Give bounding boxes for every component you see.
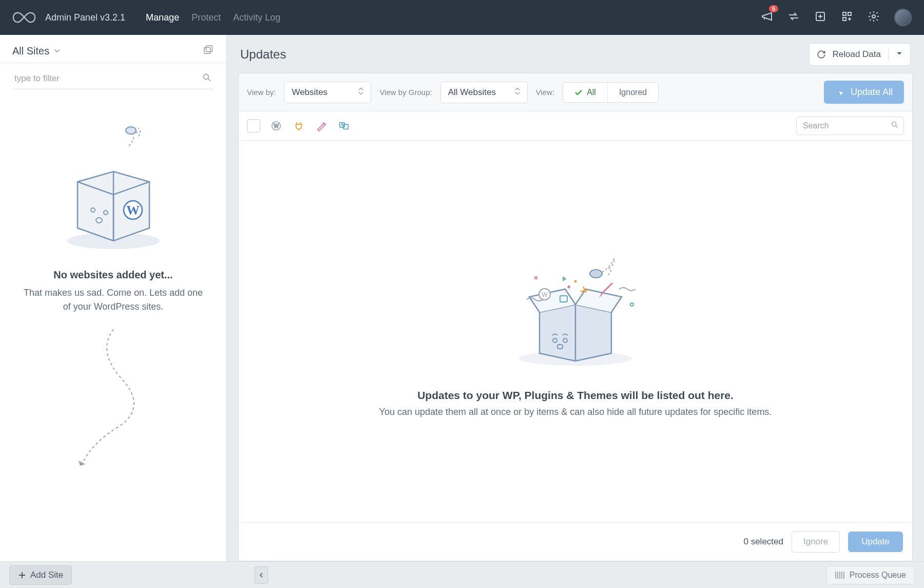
svg-text:W: W (274, 123, 279, 129)
reload-icon (817, 50, 826, 59)
select-all-checkbox[interactable] (247, 119, 260, 132)
bottom-bar: Add Site Process Queue (0, 561, 924, 588)
site-selector-label: All Sites (12, 45, 49, 57)
dashed-arrow-illustration (67, 324, 160, 478)
sidebar-empty-state: W No websites added yet... That makes us… (0, 89, 226, 561)
sync-icon[interactable] (787, 10, 800, 25)
svg-point-29 (574, 280, 577, 283)
view-toggle: All Ignored (563, 82, 659, 103)
top-header: Admin Panel v3.2.1 Manage Protect Activi… (0, 0, 924, 35)
toggle-ignored[interactable]: Ignored (607, 83, 658, 102)
update-all-button[interactable]: Update All (824, 81, 904, 104)
svg-rect-3 (843, 17, 846, 21)
view-by-select[interactable]: Websites (284, 82, 371, 103)
svg-point-27 (630, 303, 633, 306)
empty-title: Updates to your WP, Plugins & Themes wil… (417, 389, 734, 402)
check-icon (574, 88, 583, 97)
svg-point-19 (892, 122, 896, 126)
queue-bars-icon (835, 572, 844, 579)
sort-caret-icon (357, 86, 364, 98)
toggle-all[interactable]: All (563, 83, 607, 102)
tab-activity-log[interactable]: Activity Log (233, 12, 280, 23)
svg-rect-2 (848, 12, 851, 15)
svg-text:W: W (542, 291, 548, 298)
announcement-icon[interactable]: 5 (761, 10, 773, 25)
header-action-icons: 5 (761, 9, 912, 26)
reload-button[interactable]: Reload Data (809, 43, 911, 66)
update-button[interactable]: Update (848, 532, 903, 552)
view-by-group-label: View by Group: (379, 88, 432, 97)
page-title: Updates (240, 47, 286, 62)
theme-icon[interactable] (315, 119, 328, 132)
ignore-button[interactable]: Ignore (792, 531, 840, 553)
nav-tabs: Manage Protect Activity Log (146, 12, 280, 23)
add-site-button[interactable]: Add Site (9, 565, 72, 585)
logo-icon (12, 11, 36, 24)
grid-icon[interactable] (841, 10, 853, 25)
sidebar-header: All Sites (0, 35, 226, 63)
sidebar: All Sites (0, 35, 227, 561)
cursor-click-icon (835, 87, 845, 98)
filter-bar: View by: Websites View by Group: All Web… (239, 73, 912, 111)
filter-input[interactable] (12, 68, 214, 89)
svg-text:W: W (126, 203, 140, 218)
reload-label: Reload Data (832, 49, 881, 60)
svg-rect-1 (843, 12, 846, 15)
view-label: View: (536, 88, 554, 97)
sidebar-filter (0, 63, 226, 89)
view-by-group-value: All Websites (448, 87, 496, 97)
empty-box-illustration: W (57, 125, 170, 254)
site-selector[interactable]: All Sites (12, 45, 61, 57)
svg-point-28 (590, 270, 602, 278)
caret-down-icon (896, 49, 903, 60)
wordpress-icon[interactable]: W (270, 119, 283, 132)
svg-point-4 (872, 15, 875, 18)
main-content: Updates Reload Data View by: Websites Vi… (227, 35, 924, 561)
search-wrap (796, 117, 904, 135)
selected-count: 0 selected (743, 537, 783, 547)
app-title: Admin Panel v3.2.1 (45, 12, 125, 23)
sort-caret-icon (514, 86, 521, 98)
chevron-left-icon (258, 572, 264, 578)
svg-rect-30 (567, 285, 571, 289)
translation-icon[interactable] (337, 119, 351, 132)
main-empty-state: W Updates to your WP, Plugins & Themes w (239, 141, 912, 522)
open-box-illustration: W (504, 245, 647, 369)
toolbar-row: W (239, 111, 912, 141)
view-by-value: Websites (292, 87, 328, 97)
gear-icon[interactable] (868, 10, 880, 25)
plus-icon (18, 571, 26, 579)
empty-subtitle: You can update them all at once or by it… (379, 407, 772, 418)
search-icon (891, 121, 899, 131)
search-input[interactable] (796, 117, 904, 135)
notification-badge: 5 (769, 5, 778, 12)
svg-point-7 (203, 74, 208, 79)
chevron-down-icon (53, 47, 61, 54)
view-by-label: View by: (247, 88, 276, 97)
content-header: Updates Reload Data (238, 35, 913, 73)
sidebar-empty-title: No websites added yet... (53, 269, 172, 281)
svg-point-8 (126, 127, 136, 134)
panel-footer: 0 selected Ignore Update (239, 522, 912, 561)
svg-rect-6 (204, 47, 210, 53)
collapse-sidebar-button[interactable] (255, 566, 268, 584)
sidebar-empty-text: That makes us sad. Come on. Lets add one… (21, 286, 206, 314)
tab-manage[interactable]: Manage (146, 12, 179, 23)
avatar[interactable] (894, 9, 912, 26)
updates-panel: View by: Websites View by Group: All Web… (238, 73, 913, 561)
copy-stack-icon[interactable] (203, 44, 214, 58)
svg-rect-5 (206, 46, 212, 52)
process-queue-button[interactable]: Process Queue (826, 566, 915, 584)
view-by-group-select[interactable]: All Websites (440, 82, 528, 103)
search-icon (202, 72, 212, 85)
tab-protect[interactable]: Protect (191, 12, 221, 23)
note-icon[interactable] (814, 10, 826, 25)
plugin-icon[interactable] (292, 119, 305, 132)
